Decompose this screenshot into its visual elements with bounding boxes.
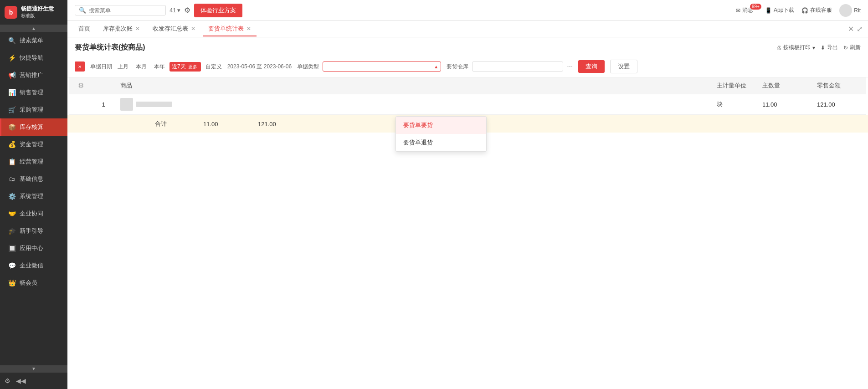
print-template-btn[interactable]: 🖨 按模板打印 ▾ <box>776 44 815 51</box>
filter-more-btn[interactable]: ··· <box>567 62 573 71</box>
messages-btn[interactable]: ✉ 消息 99+ <box>736 6 758 14</box>
purchase-icon: 🛒 <box>8 106 16 114</box>
tab-home[interactable]: 首页 <box>73 22 96 36</box>
tab-receive-summary-close[interactable]: ✕ <box>191 26 195 32</box>
th-seq <box>92 77 115 94</box>
member-icon: 👑 <box>8 279 16 287</box>
collapse-icon[interactable]: ◀◀ <box>16 377 26 384</box>
page-header: 要货单统计表(按商品) 🖨 按模板打印 ▾ ⬇ 导出 ↻ 刷新 <box>67 37 868 56</box>
user-area[interactable]: Rit <box>839 4 861 17</box>
topbar-search-input[interactable] <box>89 7 157 14</box>
data-table: ⚙ 商品 主计量单位 主数量 零售金额 1 <box>69 77 866 115</box>
date-btn-custom[interactable]: 自定义 <box>203 62 225 72</box>
sidebar-item-sales[interactable]: 📊 销售管理 <box>0 84 67 101</box>
online-service-btn[interactable]: 🎧 在线客服 <box>801 6 832 14</box>
date-btn-last-month[interactable]: 上月 <box>115 62 131 72</box>
th-product: 商品 <box>115 77 711 94</box>
filter-bar: » 单据日期 上月 本月 本年 近7天更多 自定义 2023-05-06 至 2… <box>67 56 868 77</box>
topbar-dropdown-arrow: ▾ <box>177 7 180 14</box>
product-image <box>120 98 133 111</box>
topbar-right: ✉ 消息 99+ 📱 App下载 🎧 在线客服 Rit <box>736 4 861 17</box>
filter-doctype-wrapper: ▲ <box>323 61 441 72</box>
sidebar-item-appstore[interactable]: 🔲 应用中心 <box>0 240 67 257</box>
date-btn-7days[interactable]: 近7天更多 <box>169 62 201 72</box>
row-amount: 121.00 <box>812 94 866 115</box>
sidebar-item-wechat[interactable]: 💬 企业微信 <box>0 257 67 274</box>
sidebar-item-basic[interactable]: 🗂 基础信息 <box>0 170 67 188</box>
refresh-btn[interactable]: ↻ 刷新 <box>843 44 861 51</box>
sidebar-item-purchase[interactable]: 🛒 采购管理 <box>0 101 67 118</box>
filter-doctype-label: 单据类型 <box>297 63 319 71</box>
date-btn-this-year[interactable]: 本年 <box>151 62 168 72</box>
sidebar-item-label: 快捷导航 <box>20 54 43 62</box>
filter-expand-btn[interactable]: » <box>75 61 85 72</box>
sidebar-item-operation[interactable]: 📋 经营管理 <box>0 153 67 170</box>
sidebar-scroll-down[interactable]: ▼ <box>0 365 67 372</box>
tab-inventory-batch-close[interactable]: ✕ <box>135 26 140 32</box>
topbar: 🔍 41 ▾ ⚙ 体验行业方案 ✉ 消息 99+ 📱 App下载 🎧 在线客 <box>67 0 868 21</box>
row-product <box>115 94 711 115</box>
industry-btn[interactable]: 体验行业方案 <box>194 4 242 17</box>
app-download-label: App下载 <box>774 6 794 14</box>
sidebar-item-inventory[interactable]: 📦 库存核算 <box>0 118 67 136</box>
th-amount: 零售金额 <box>812 77 866 94</box>
tab-receive-summary-label: 收发存汇总表 <box>153 25 188 33</box>
sidebar-item-marketing[interactable]: 📢 营销推广 <box>0 67 67 84</box>
dropdown-item-order[interactable]: 要货单要货 <box>396 117 486 134</box>
tab-requisition-stats-close[interactable]: ✕ <box>247 26 251 32</box>
page-actions: 🖨 按模板打印 ▾ ⬇ 导出 ↻ 刷新 <box>776 44 861 51</box>
tab-inventory-batch-label: 库存批次账 <box>103 25 133 33</box>
sidebar-scroll-up[interactable]: ▲ <box>0 25 67 32</box>
sidebar-item-system[interactable]: ⚙️ 系统管理 <box>0 188 67 205</box>
query-btn[interactable]: 查询 <box>578 60 605 73</box>
sidebar-item-label: 系统管理 <box>20 192 43 200</box>
basic-icon: 🗂 <box>8 175 16 183</box>
filter-settings-btn[interactable]: 设置 <box>610 60 637 73</box>
operation-icon: 📋 <box>8 158 16 166</box>
service-icon: 🎧 <box>801 7 808 14</box>
tab-close-all-btn[interactable]: ✕ <box>848 25 854 33</box>
sidebar-nav: 🔍 搜索菜单 ⚡ 快捷导航 📢 营销推广 📊 销售管理 🛒 采购管理 📦 库存核… <box>0 32 67 365</box>
message-badge: 99+ <box>750 4 761 10</box>
marketing-icon: 📢 <box>8 71 16 79</box>
sidebar-item-label: 搜索菜单 <box>20 36 43 45</box>
tab-expand-btn[interactable]: ⤢ <box>857 25 863 33</box>
quick-nav-icon: ⚡ <box>8 54 16 62</box>
tab-inventory-batch[interactable]: 库存批次账 ✕ <box>98 22 145 36</box>
tab-requisition-stats[interactable]: 要货单统计表 ✕ <box>203 22 257 36</box>
sidebar-item-label: 新手引导 <box>20 227 43 235</box>
dropdown-item-return[interactable]: 要货单退货 <box>396 134 486 151</box>
sidebar-item-label: 资金管理 <box>20 140 43 148</box>
topbar-search-box[interactable]: 🔍 <box>75 5 166 15</box>
topbar-gear-icon[interactable]: ⚙ <box>184 6 190 15</box>
app-subtitle: 标准版 <box>21 13 54 19</box>
print-template-dropdown-icon: ▾ <box>812 45 815 51</box>
filter-doctype-input[interactable] <box>323 61 441 72</box>
sidebar-item-guide[interactable]: 🎓 新手引导 <box>0 222 67 240</box>
tab-receive-summary[interactable]: 收发存汇总表 ✕ <box>147 22 201 36</box>
sidebar-item-label: 营销推广 <box>20 71 43 79</box>
topbar-number-dropdown[interactable]: 41 ▾ <box>169 7 180 14</box>
guide-icon: 🎓 <box>8 227 16 235</box>
main-content: 🔍 41 ▾ ⚙ 体验行业方案 ✉ 消息 99+ 📱 App下载 🎧 在线客 <box>67 0 868 389</box>
row-qty: 11.00 <box>757 94 812 115</box>
appstore-icon: 🔲 <box>8 244 16 252</box>
logo-icon: b <box>5 6 17 19</box>
th-settings[interactable]: ⚙ <box>69 77 92 94</box>
app-name: 畅捷通好生意 <box>21 5 54 13</box>
app-download-btn[interactable]: 📱 App下载 <box>765 6 794 14</box>
export-btn[interactable]: ⬇ 导出 <box>821 44 838 51</box>
sidebar-item-member[interactable]: 👑 畅会员 <box>0 274 67 292</box>
row-seq: 1 <box>92 94 115 115</box>
filter-warehouse-group: 要货仓库 ··· <box>447 61 573 72</box>
sidebar-item-search[interactable]: 🔍 搜索菜单 <box>0 32 67 49</box>
sidebar-item-enterprise[interactable]: 🤝 企业协同 <box>0 205 67 222</box>
settings-icon[interactable]: ⚙ <box>5 377 10 384</box>
sidebar-item-label: 经营管理 <box>20 158 43 166</box>
sidebar-item-finance[interactable]: 💰 资金管理 <box>0 136 67 153</box>
enterprise-icon: 🤝 <box>8 210 16 218</box>
sidebar-item-quick-nav[interactable]: ⚡ 快捷导航 <box>0 49 67 67</box>
page-title: 要货单统计表(按商品) <box>75 43 145 52</box>
filter-warehouse-input[interactable] <box>472 61 563 72</box>
date-btn-this-month[interactable]: 本月 <box>133 62 149 72</box>
